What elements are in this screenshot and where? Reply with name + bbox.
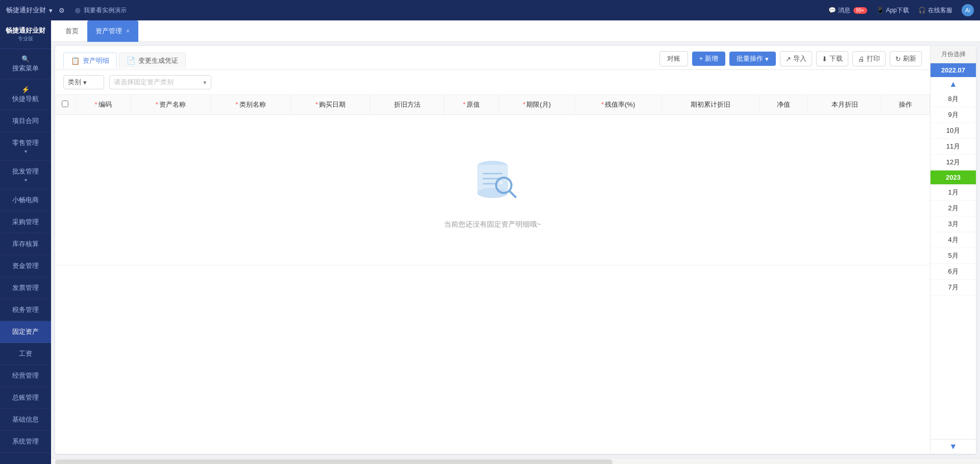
sidebar-item-invoice[interactable]: 发票管理: [0, 277, 51, 299]
batch-button[interactable]: 批量操作 ▾: [729, 52, 776, 66]
empty-text: 当前您还没有固定资产明细哦~: [444, 220, 541, 229]
svg-line-8: [509, 191, 516, 197]
avatar[interactable]: Ai: [962, 4, 974, 16]
sidebar-item-wholesale[interactable]: 批发管理 ▾: [0, 161, 51, 189]
import-icon: ↗: [786, 55, 791, 63]
tab-assets[interactable]: 资产管理 ×: [87, 20, 138, 42]
month-item-may-2023[interactable]: 5月: [930, 248, 976, 264]
month-item-apr-2023[interactable]: 4月: [930, 232, 976, 248]
assets-table: *编码 *资产名称 *类别名称 *购买日期 折旧方法 *原值 *期限(月) *残…: [55, 95, 930, 265]
sub-tab-change-voucher[interactable]: 📄 变更生成凭证: [119, 53, 186, 68]
filter-dropdown-icon: ▾: [83, 79, 87, 86]
messages-button[interactable]: 💬 消息 99+: [828, 6, 867, 15]
month-nav-down-button[interactable]: ▼: [948, 442, 959, 452]
page-content: 📋 资产明细 📄 变更生成凭证 对账 + 新增: [55, 46, 976, 454]
month-item-mar-2023[interactable]: 3月: [930, 216, 976, 232]
col-code: *编码: [76, 95, 131, 115]
tab-close-icon[interactable]: ×: [126, 28, 130, 35]
refresh-button[interactable]: ↻ 刷新: [890, 51, 922, 66]
tab-bar: 首页 资产管理 ×: [51, 20, 980, 42]
month-panel-header: 月份选择: [930, 46, 976, 63]
sidebar-item-finance[interactable]: 资金管理: [0, 255, 51, 277]
col-operations: 操作: [881, 95, 929, 115]
inner-content: 📋 资产明细 📄 变更生成凭证 对账 + 新增: [55, 46, 930, 454]
month-item-feb-2023[interactable]: 2月: [930, 201, 976, 216]
brand-title: 畅捷通好业财: [4, 27, 47, 35]
brand-sub: 专业版: [4, 35, 47, 42]
category-filter-select[interactable]: 类别 ▾: [63, 75, 104, 89]
col-accumulated-depreciation: 期初累计折旧: [662, 95, 760, 115]
main-layout: 畅捷通好业财 专业版 🔍 搜索菜单 ⚡ 快捷导航 项目合同 零售管理 ▾ 批发管…: [0, 20, 980, 464]
sidebar-item-quick-nav[interactable]: ⚡ 快捷导航: [0, 80, 51, 110]
change-voucher-icon: 📄: [127, 57, 135, 65]
refresh-icon: ↻: [895, 55, 901, 63]
month-list: 8月 9月 10月 11月 12月 2023 1月 2月 3月 4月 5月 6月…: [930, 91, 976, 439]
sidebar-item-basic[interactable]: 基础信息: [0, 409, 51, 431]
company-dropdown-icon[interactable]: ▾: [49, 7, 53, 14]
month-item-aug-2022[interactable]: 8月: [930, 91, 976, 107]
settings-icon[interactable]: ⚙: [59, 7, 65, 14]
sub-tabs: 📋 资产明细 📄 变更生成凭证 对账 + 新增: [55, 46, 930, 70]
filter-input-dropdown-icon: ▾: [203, 79, 207, 86]
col-period: *期限(月): [499, 95, 575, 115]
sidebar-item-operations[interactable]: 经营管理: [0, 365, 51, 387]
sidebar-item-purchase[interactable]: 采购管理: [0, 211, 51, 233]
app-download-button[interactable]: 📱 App下载: [876, 6, 909, 15]
month-item-jan-2023[interactable]: 1月: [930, 185, 976, 201]
table-container: *编码 *资产名称 *类别名称 *购买日期 折旧方法 *原值 *期限(月) *残…: [55, 95, 930, 454]
col-asset-name: *资产名称: [131, 95, 211, 115]
sidebar-item-ecommerce[interactable]: 小畅电商: [0, 189, 51, 211]
col-purchase-date: *购买日期: [290, 95, 371, 115]
wholesale-expand-icon: ▾: [24, 177, 27, 183]
sidebar-item-assets[interactable]: 固定资产: [0, 321, 51, 343]
col-net-value: 净值: [760, 95, 808, 115]
sidebar-item-system[interactable]: 系统管理: [0, 431, 51, 453]
col-category: *类别名称: [211, 95, 291, 115]
sidebar-item-project[interactable]: 项目合同: [0, 110, 51, 132]
app-icon: 📱: [876, 7, 884, 14]
sidebar-item-general[interactable]: 总账管理: [0, 387, 51, 409]
sidebar-item-tax[interactable]: 税务管理: [0, 299, 51, 321]
reconcile-button[interactable]: 对账: [659, 51, 688, 66]
online-service-button[interactable]: 🎧 在线客服: [918, 6, 952, 15]
sidebar: 畅捷通好业财 专业版 🔍 搜索菜单 ⚡ 快捷导航 项目合同 零售管理 ▾ 批发管…: [0, 20, 51, 464]
svg-point-9: [500, 181, 503, 184]
messages-badge: 99+: [853, 7, 867, 14]
month-item-jul-2023[interactable]: 7月: [930, 280, 976, 296]
month-item-jun-2023[interactable]: 6月: [930, 264, 976, 280]
import-button[interactable]: ↗ 导入: [780, 51, 812, 66]
month-nav-bottom: ▼: [930, 439, 976, 454]
add-button[interactable]: + 新增: [692, 52, 725, 66]
retail-expand-icon: ▾: [24, 149, 27, 154]
header-right-actions: 💬 消息 99+ 📱 App下载 🎧 在线客服 Ai: [828, 4, 974, 16]
month-item-dec-2022[interactable]: 12月: [930, 155, 976, 170]
month-item-nov-2022[interactable]: 11月: [930, 139, 976, 155]
demo-link[interactable]: ◎ 我要看实例演示: [75, 6, 127, 15]
sub-tab-asset-list[interactable]: 📋 资产明细: [63, 53, 117, 68]
empty-illustration: [462, 151, 523, 212]
col-original-value: *原值: [444, 95, 499, 115]
filter-toolbar: 类别 ▾ 请选择固定资产类别 ▾: [55, 70, 930, 95]
sidebar-item-search[interactable]: 🔍 搜索菜单: [0, 49, 51, 80]
horizontal-scrollbar[interactable]: [51, 458, 980, 464]
sidebar-item-payroll[interactable]: 工资: [0, 343, 51, 365]
download-icon: ⬇: [822, 55, 827, 63]
sidebar-item-inventory[interactable]: 库存核算: [0, 233, 51, 255]
empty-state: 当前您还没有固定资产明细哦~: [61, 120, 924, 260]
quick-nav-icon: ⚡: [21, 86, 30, 93]
select-all-checkbox[interactable]: [62, 101, 68, 107]
category-input[interactable]: 请选择固定资产类别 ▾: [109, 75, 211, 89]
download-button[interactable]: ⬇ 下载: [816, 51, 848, 66]
service-icon: 🎧: [918, 7, 926, 14]
month-item-oct-2022[interactable]: 10月: [930, 123, 976, 139]
month-nav-up-button[interactable]: ▲: [948, 79, 959, 89]
sidebar-brand: 畅捷通好业财 专业版: [0, 20, 51, 49]
demo-icon: ◎: [75, 7, 80, 14]
search-icon: 🔍: [21, 55, 30, 63]
sidebar-item-retail[interactable]: 零售管理 ▾: [0, 132, 51, 161]
tab-home[interactable]: 首页: [57, 20, 87, 42]
month-item-current-year-badge: 2023: [930, 170, 976, 185]
print-button[interactable]: 🖨 打印: [852, 51, 886, 66]
month-item-sep-2022[interactable]: 9月: [930, 107, 976, 123]
top-header: 畅捷通好业财 ▾ ⚙ ◎ 我要看实例演示 💬 消息 99+ 📱 App下载 🎧 …: [0, 0, 980, 20]
